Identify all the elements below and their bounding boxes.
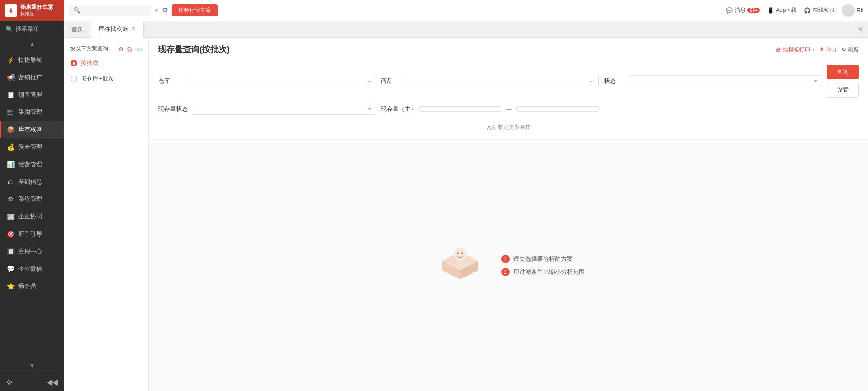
messages-badge: 99+ xyxy=(747,8,760,13)
query-button[interactable]: 查询 xyxy=(827,65,859,79)
sidebar-item-sales[interactable]: 📋 销售管理 xyxy=(0,86,64,103)
sidebar-item-label: 企业协同 xyxy=(18,212,42,221)
radio-by-batch xyxy=(71,60,77,66)
sidebar-item-label: 营销推广 xyxy=(18,73,42,81)
tab-close-right-icon[interactable]: × xyxy=(853,21,868,37)
sidebar-item-finance[interactable]: 💰 资金管理 xyxy=(0,138,64,156)
goods-input[interactable]: ··· xyxy=(407,75,598,87)
sidebar-item-label: 资金管理 xyxy=(18,143,42,151)
sidebar-item-business[interactable]: 📊 经营管理 xyxy=(0,156,64,173)
query-area: 现存量查询(按批次) 🖨 按模板打印 ▾ ⬆ 导出 ↻ 刷新 xyxy=(149,38,868,391)
sidebar-nav: ⚡ 快捷导航 📢 营销推广 📋 销售管理 🛒 采购管理 📦 库存核算 💰 资金管… xyxy=(0,51,64,358)
tab-close-icon[interactable]: × xyxy=(131,25,136,33)
enterprise-icon: 🏢 xyxy=(6,212,15,221)
gear-icon[interactable]: ⚙ xyxy=(6,378,13,386)
svg-point-6 xyxy=(457,252,459,254)
tabbar: 首页 库存批次账 × × xyxy=(64,21,868,38)
app-name: 畅康通好生意 xyxy=(20,4,53,11)
sidebar-item-enterprise[interactable]: 🏢 企业协同 xyxy=(0,208,64,225)
sidebar-item-basic[interactable]: 🗂 基础信息 xyxy=(0,173,64,190)
stock-qty-dash: — xyxy=(504,106,514,113)
filter-row-1: 仓库 ··· 商品 ··· 状态 xyxy=(158,65,859,98)
experience-btn[interactable]: 体验行业方案 xyxy=(172,4,218,16)
newguide-icon: 🎯 xyxy=(6,230,15,238)
tab-inventory-batch[interactable]: 库存批次账 × xyxy=(91,21,144,38)
stock-qty-max-input[interactable] xyxy=(516,106,599,112)
add-scheme-icon[interactable]: ⊕ xyxy=(118,45,124,53)
wechat-icon: 💬 xyxy=(6,265,15,273)
scroll-down-arrow[interactable]: ▼ xyxy=(27,360,37,371)
sales-icon: 📋 xyxy=(6,91,15,99)
stock-status-dropdown-icon[interactable]: ▾ xyxy=(368,106,371,112)
empty-tips: 1 请先选择要分析的方案 2 用过滤条件来缩小分析范围 xyxy=(501,255,585,276)
sidebar-item-system[interactable]: ⚙ 系统管理 xyxy=(0,190,64,208)
status-select[interactable]: ▾ xyxy=(630,75,821,87)
stock-qty-min-input[interactable] xyxy=(419,106,501,112)
user-item[interactable]: Rit xyxy=(842,4,863,17)
tab-home[interactable]: 首页 xyxy=(64,21,91,37)
warehouse-field: 仓库 ··· xyxy=(158,75,375,87)
collapse-filter-icon[interactable]: ◁◁ xyxy=(135,46,143,52)
settings-icon[interactable]: ⚙ xyxy=(162,6,168,15)
sidebar-item-apps[interactable]: 🔲 应用中心 xyxy=(0,243,64,260)
empty-illustration xyxy=(433,234,488,297)
messages-item[interactable]: 💬 消息 99+ xyxy=(726,6,760,14)
user-name: Rit xyxy=(857,7,863,14)
collapse-label: 收起更多条件 xyxy=(498,123,531,131)
settings-button[interactable]: 设置 xyxy=(827,82,859,98)
sidebar-item-purchase[interactable]: 🛒 采购管理 xyxy=(0,103,64,121)
topbar-search-box[interactable]: 🔍 xyxy=(69,5,151,16)
tab-home-label: 首页 xyxy=(71,25,83,33)
sidebar-item-quick-nav[interactable]: ⚡ 快捷导航 xyxy=(0,51,64,69)
business-icon: 📊 xyxy=(6,160,15,168)
tip-2-num: 2 xyxy=(501,268,510,276)
system-icon: ⚙ xyxy=(6,195,15,203)
sidebar-item-wechat[interactable]: 💬 企业微信 xyxy=(0,260,64,277)
dropdown-arrow-icon[interactable]: ▾ xyxy=(155,7,158,14)
warehouse-input[interactable]: ··· xyxy=(184,75,375,87)
goods-ellipsis-icon[interactable]: ··· xyxy=(589,77,594,85)
sidebar-search[interactable]: 🔍 搜索菜单 xyxy=(0,21,64,37)
svg-point-7 xyxy=(461,252,463,254)
svg-point-5 xyxy=(454,248,467,261)
sidebar-item-label: 采购管理 xyxy=(18,108,42,116)
sidebar-item-marketing[interactable]: 📢 营销推广 xyxy=(0,69,64,86)
collapse-sidebar-icon[interactable]: ◀◀ xyxy=(47,378,58,386)
collapse-btn[interactable]: ⋀⋀ 收起更多条件 xyxy=(158,120,859,134)
app-download-label: App下载 xyxy=(776,6,797,14)
sidebar-item-label: 基础信息 xyxy=(18,178,42,186)
filter-panel: 按以下方案查询 ⊕ ◎ ◁◁ 按批次 按仓库+批次 xyxy=(64,38,149,391)
print-action[interactable]: 🖨 按模板打印 ▾ xyxy=(775,46,815,54)
basic-icon: 🗂 xyxy=(6,178,15,186)
status-dropdown-icon[interactable]: ▾ xyxy=(814,78,817,84)
sidebar-item-label: 快捷导航 xyxy=(18,56,42,64)
title-actions: 🖨 按模板打印 ▾ ⬆ 导出 ↻ 刷新 xyxy=(775,46,859,54)
export-action[interactable]: ⬆ 导出 xyxy=(819,46,837,54)
online-support-item[interactable]: 🎧 在线客服 xyxy=(804,6,835,14)
status-label: 状态 xyxy=(604,77,627,85)
app-edition: 标准版 xyxy=(20,11,53,17)
export-label: 导出 xyxy=(826,46,837,54)
app-download-item[interactable]: 📱 App下载 xyxy=(767,6,797,14)
tip-2-text: 用过滤条件来缩小分析范围 xyxy=(513,268,585,276)
refresh-action[interactable]: ↻ 刷新 xyxy=(841,46,859,54)
print-icon: 🖨 xyxy=(775,46,781,53)
filter-scheme-by-batch[interactable]: 按批次 xyxy=(64,55,148,71)
goods-label: 商品 xyxy=(381,77,404,85)
sidebar-item-inventory[interactable]: 📦 库存核算 xyxy=(0,121,64,138)
print-dropdown-icon[interactable]: ▾ xyxy=(812,46,815,53)
marketing-icon: 📢 xyxy=(6,73,15,81)
filter-panel-label: 按以下方案查询 xyxy=(70,45,108,53)
empty-tip-2: 2 用过滤条件来缩小分析范围 xyxy=(501,268,585,276)
sidebar-item-newguide[interactable]: 🎯 新手引导 xyxy=(0,225,64,243)
warehouse-ellipsis-icon[interactable]: ··· xyxy=(366,77,372,85)
inventory-icon: 📦 xyxy=(6,125,15,134)
messages-label: 消息 xyxy=(735,6,746,14)
filter-scheme-by-warehouse-batch[interactable]: 按仓库+批次 xyxy=(64,71,148,87)
filter-row-2: 现存量状态 ▾ 现存量（主） — xyxy=(158,103,859,115)
sidebar-item-member[interactable]: ⭐ 畅会员 xyxy=(0,277,64,295)
scheme-settings-icon[interactable]: ◎ xyxy=(126,45,132,53)
scroll-up-arrow[interactable]: ▲ xyxy=(27,39,37,49)
tab-active-label: 库存批次账 xyxy=(99,25,128,33)
stock-status-select[interactable]: ▾ xyxy=(191,103,375,115)
